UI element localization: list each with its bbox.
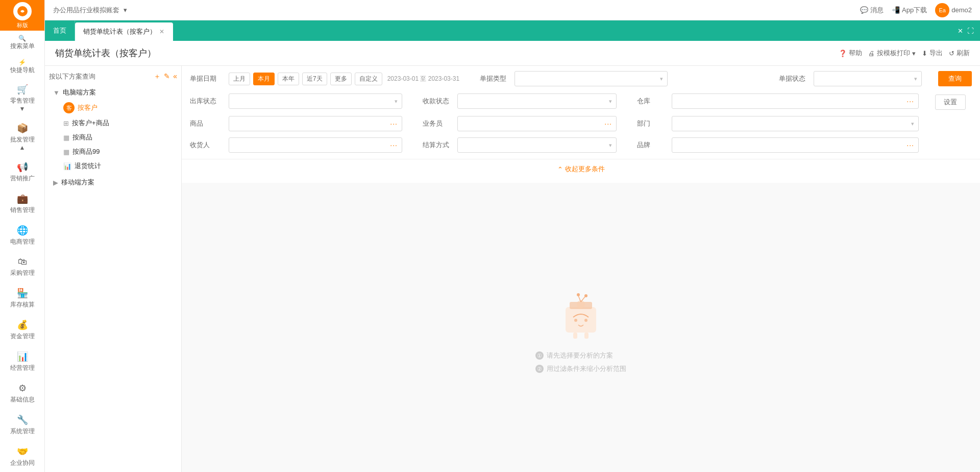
bar-icon: 📊	[63, 162, 71, 170]
system-icon: 🔧	[17, 414, 28, 426]
date-btn-more[interactable]: 更多	[330, 73, 352, 85]
print-btn[interactable]: 🖨 按模板打印 ▾	[868, 49, 916, 58]
date-btn-this-year[interactable]: 本年	[278, 73, 299, 85]
scheme-by-product[interactable]: ▦ 按商品	[59, 130, 177, 145]
tree-desktop-children: 客 按客户 ⊞ 按客户+商品 ▦ 按商品	[49, 100, 177, 173]
tab-close-window-icon[interactable]: ✕	[958, 27, 963, 35]
help-btn[interactable]: ❓ 帮助	[839, 49, 862, 58]
staff-dots[interactable]: ···	[604, 120, 612, 128]
message-btn[interactable]: 💬 消息	[860, 6, 884, 15]
query-btn[interactable]: 查询	[938, 71, 972, 86]
out-status-select[interactable]: ▾	[229, 93, 402, 109]
doc-status-label: 单据状态	[779, 74, 810, 83]
doc-type-select[interactable]: ▾	[514, 71, 668, 86]
tab-home[interactable]: 首页	[45, 20, 75, 41]
dept-select[interactable]: ▾	[672, 116, 919, 131]
tab-home-label: 首页	[53, 26, 66, 35]
collapse-panel-icon[interactable]: «	[173, 72, 177, 81]
hint2-num: ②	[535, 365, 544, 373]
collapse-btn[interactable]: ⌃ 收起更多条件	[554, 161, 608, 177]
add-scheme-icon[interactable]: ＋	[154, 72, 161, 81]
corp-icon: 🤝	[17, 446, 28, 457]
scheme-by-customer[interactable]: 客 按客户	[59, 100, 177, 116]
query-buttons: 查询	[938, 71, 972, 86]
product-select[interactable]: ···	[229, 116, 402, 131]
empty-hint-1: ① 请先选择要分析的方案	[535, 351, 626, 360]
sidebar-item-marketing[interactable]: 📢 营销推广	[0, 156, 45, 188]
print-chevron: ▾	[912, 50, 916, 57]
doc-type-chevron: ▾	[660, 76, 663, 82]
sidebar-item-search[interactable]: 🔍 搜索菜单	[0, 31, 45, 55]
main-area: 办公用品行业模拟账套 ▾ 💬 消息 📲 App下载 Ea demo2 首页 销货…	[45, 0, 980, 472]
table2-icon: ▦	[63, 148, 69, 156]
operation-icon: 📊	[17, 351, 28, 362]
tab-close-btn[interactable]: ✕	[159, 28, 164, 35]
pay-status-chevron: ▾	[609, 98, 612, 105]
dept-chevron: ▾	[911, 121, 914, 127]
scheme-by-customer-product[interactable]: ⊞ 按客户+商品	[59, 116, 177, 130]
logo[interactable]: 标版	[0, 0, 45, 31]
edit-scheme-icon[interactable]: ✎	[164, 72, 170, 81]
date-btn-this-month[interactable]: 本月	[253, 73, 275, 85]
help-label: 帮助	[849, 49, 862, 58]
date-btn-7days[interactable]: 近7天	[302, 73, 327, 85]
svg-point-9	[577, 293, 580, 296]
top-header: 办公用品行业模拟账套 ▾ 💬 消息 📲 App下载 Ea demo2	[45, 0, 980, 20]
tree-mobile-expand-icon: ▶	[53, 179, 58, 186]
recipient-select[interactable]: ···	[229, 137, 402, 153]
empty-hint-2: ② 用过滤条件来缩小分析范围	[535, 364, 626, 373]
header-left: 办公用品行业模拟账套 ▾	[53, 6, 127, 15]
filter-row-2: 出库状态 ▾ 收款状态 ▾	[190, 92, 972, 110]
sidebar-item-system[interactable]: 🔧 系统管理	[0, 409, 45, 441]
sidebar-item-purchase[interactable]: 🛍 采购管理	[0, 251, 45, 282]
staff-select[interactable]: ···	[457, 116, 617, 131]
sidebar-item-sales[interactable]: 💼 销售管理	[0, 188, 45, 220]
settlement-select[interactable]: ▾	[457, 137, 617, 153]
app-download-btn[interactable]: 📲 App下载	[892, 6, 927, 15]
sidebar-item-corp[interactable]: 🤝 企业协同	[0, 441, 45, 472]
out-status-chevron: ▾	[395, 98, 398, 105]
sidebar-item-inventory[interactable]: 🏪 库存核算	[0, 282, 45, 314]
svg-point-11	[584, 294, 587, 297]
tab-maximize-icon[interactable]: ⛶	[967, 27, 974, 35]
avatar: Ea	[935, 3, 949, 17]
date-btn-custom[interactable]: 自定义	[355, 73, 382, 85]
recipient-dots[interactable]: ···	[390, 141, 398, 149]
pay-status-select[interactable]: ▾	[457, 93, 617, 109]
tree-mobile-scheme[interactable]: ▶ 移动端方案	[49, 175, 177, 190]
print-label: 按模板打印	[877, 49, 910, 58]
tab-sales-stat[interactable]: 销货单统计表（按客户） ✕	[75, 22, 173, 41]
basic-icon: ⚙	[18, 383, 27, 394]
empty-state: ① 请先选择要分析的方案 ② 用过滤条件来缩小分析范围	[182, 183, 980, 472]
date-btn-last-month[interactable]: 上月	[229, 73, 250, 85]
product-dots[interactable]: ···	[390, 120, 398, 128]
sidebar-item-ecom[interactable]: 🌐 电商管理	[0, 220, 45, 251]
refresh-btn[interactable]: ↺ 刷新	[949, 49, 970, 58]
settings-btn[interactable]: 设置	[935, 95, 966, 110]
brand-select[interactable]: ···	[672, 137, 919, 153]
sidebar-basic-label: 基础信息	[10, 395, 35, 404]
sidebar-item-wholesale[interactable]: 📦 批发管理 ▲	[0, 117, 45, 156]
sidebar-operation-label: 经营管理	[10, 364, 35, 372]
export-btn[interactable]: ⬇ 导出	[922, 49, 943, 58]
scheme-by-product-99[interactable]: ▦ 按商品99	[59, 145, 177, 159]
warehouse-select[interactable]: ···	[672, 93, 919, 109]
sidebar-item-retail[interactable]: 🛒 零售管理 ▼	[0, 79, 45, 117]
user-area[interactable]: Ea demo2	[935, 3, 972, 17]
sidebar: 标版 🔍 搜索菜单 ⚡ 快捷导航 🛒 零售管理 ▼ 📦 批发管理 ▲ 📢 营销推…	[0, 0, 45, 472]
svg-rect-1	[566, 307, 596, 333]
sidebar-item-operation[interactable]: 📊 经营管理	[0, 346, 45, 377]
sidebar-item-quicknav[interactable]: ⚡ 快捷导航	[0, 55, 45, 79]
help-icon: ❓	[839, 50, 847, 57]
refresh-icon: ↺	[949, 50, 954, 57]
warehouse-dots[interactable]: ···	[906, 97, 914, 105]
filter-section: 单据日期 上月 本月 本年 近7天 更多 自定义 2023-03-01 至 20…	[182, 66, 980, 159]
sidebar-item-finance[interactable]: 💰 资金管理	[0, 314, 45, 346]
sidebar-item-basic[interactable]: ⚙ 基础信息	[0, 377, 45, 409]
dept-label: 部门	[637, 119, 668, 128]
brand-dots[interactable]: ···	[906, 141, 914, 149]
svg-rect-6	[573, 333, 577, 339]
scheme-refund-stat[interactable]: 📊 退货统计	[59, 159, 177, 173]
tree-desktop-scheme[interactable]: ▼ 电脑端方案	[49, 85, 177, 100]
doc-status-select[interactable]: ▾	[814, 71, 922, 86]
